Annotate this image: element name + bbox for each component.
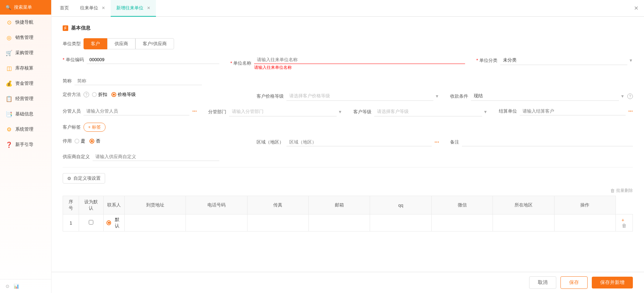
region-ellipsis[interactable]: ··· xyxy=(434,139,439,145)
sidebar-footer-icon2[interactable]: 📊 xyxy=(14,284,19,289)
cancel-button[interactable]: 取消 xyxy=(529,276,556,289)
row-contact-input[interactable] xyxy=(127,220,183,226)
sidebar-footer-icon1[interactable]: ⊙ xyxy=(6,284,9,289)
unit-name-wrapper: 请输入往来单位名称 xyxy=(254,56,465,71)
payment-terms-select[interactable]: 现结 ▼ xyxy=(471,91,625,101)
sidebar-item-guide[interactable]: ❓ 新手引导 xyxy=(0,137,51,152)
sidebar-item-system[interactable]: ⚙ 系统管理 xyxy=(0,122,51,137)
tab-new-counterparty-close[interactable]: ✕ xyxy=(147,6,150,10)
disable-no-option[interactable]: 否 xyxy=(89,138,100,144)
manager-ellipsis[interactable]: ··· xyxy=(192,108,197,114)
pricing-level-radio xyxy=(111,92,116,97)
quick-nav-icon: ⊙ xyxy=(6,19,13,26)
settlement-unit-input[interactable] xyxy=(520,107,626,115)
row-address[interactable] xyxy=(186,214,247,231)
region-label: 区域（地区） xyxy=(257,139,284,145)
remark-input[interactable] xyxy=(462,138,633,146)
region-input[interactable] xyxy=(286,138,432,146)
department-select[interactable]: 请输入分管部门 ▼ xyxy=(229,107,343,116)
disable-label: 停用 xyxy=(63,138,72,144)
tab-new-counterparty[interactable]: 新增往来单位 ✕ xyxy=(111,0,156,17)
sidebar-search[interactable]: 🔍 搜索菜单 xyxy=(0,0,51,15)
row-phone[interactable] xyxy=(247,214,308,231)
row-qq-input[interactable] xyxy=(434,220,490,226)
row-add-btn[interactable]: + xyxy=(621,217,624,223)
add-tag-button[interactable]: + 标签 xyxy=(84,123,105,132)
row-fax-input[interactable] xyxy=(312,220,367,226)
row-wechat-input[interactable] xyxy=(496,220,551,226)
save-button[interactable]: 保存 xyxy=(560,276,588,289)
tab-counterparty[interactable]: 往来单位 ✕ xyxy=(74,0,111,17)
row-district-input[interactable] xyxy=(557,220,613,226)
row-default: 默认 xyxy=(103,214,124,231)
row-phone-input[interactable] xyxy=(250,220,306,226)
tab-counterparty-close[interactable]: ✕ xyxy=(102,6,105,10)
sidebar-item-basic[interactable]: 📑 基础信息 xyxy=(0,106,51,122)
row-address-input[interactable] xyxy=(189,220,244,226)
settlement-unit-ellipsis[interactable]: ··· xyxy=(628,108,633,114)
unit-type-group: 客户 供应商 客户/供应商 xyxy=(84,38,174,49)
sidebar-item-inventory[interactable]: ◫ 库存核算 xyxy=(0,60,51,76)
tabbar-close-btn[interactable]: ✕ xyxy=(631,5,641,11)
manager-input[interactable] xyxy=(84,107,189,115)
batch-delete-label[interactable]: 批量删除 xyxy=(616,188,633,194)
abbr-input[interactable] xyxy=(74,77,202,85)
payment-terms-help[interactable]: ? xyxy=(627,93,633,99)
row-select-checkbox[interactable] xyxy=(89,220,93,225)
row-checkbox[interactable] xyxy=(79,214,104,231)
unit-code-input[interactable] xyxy=(87,56,219,64)
sidebar-item-sales[interactable]: ◎ 销售管理 xyxy=(0,30,51,45)
table-row: 1 默认 xyxy=(63,214,633,231)
pricing-discount-option[interactable]: 折扣 xyxy=(92,91,107,98)
row-qq[interactable] xyxy=(431,214,493,231)
customer-price-level-select[interactable]: 请选择客户价格等级 ▼ xyxy=(286,91,439,101)
row-email[interactable] xyxy=(370,214,431,231)
save-and-new-button[interactable]: 保存并新增 xyxy=(592,277,633,288)
disable-no-label: 否 xyxy=(96,138,100,144)
unit-code-field: 单位编码 xyxy=(63,56,219,64)
unit-type-btn-both[interactable]: 客户/供应商 xyxy=(135,38,174,49)
sidebar-item-purchase[interactable]: 🛒 采购管理 xyxy=(0,45,51,60)
row-default-radio-option[interactable]: 默认 xyxy=(107,217,121,229)
purchase-icon: 🛒 xyxy=(6,49,13,56)
col-contact: 联系人 xyxy=(103,196,124,214)
customer-level-label: 客户等级 xyxy=(353,109,371,115)
col-phone: 电话号码 xyxy=(186,196,247,214)
table-head: 序号 设为默认 联系人 到货地址 电话号码 传真 邮箱 qq 微信 所在地区 操… xyxy=(63,196,633,214)
row-contact-name[interactable] xyxy=(124,214,186,231)
row-wechat[interactable] xyxy=(493,214,554,231)
unit-category-select[interactable]: 未分类 ▼ xyxy=(500,56,633,65)
unit-type-btn-supplier[interactable]: 供应商 xyxy=(107,38,135,49)
col-qq: qq xyxy=(370,196,431,214)
col-wechat: 微信 xyxy=(431,196,493,214)
sidebar-item-finance[interactable]: 💰 资金管理 xyxy=(0,76,51,91)
customer-tag-field: 客户标签 + 标签 xyxy=(63,123,633,132)
disable-yes-option[interactable]: 是 xyxy=(74,138,85,144)
row-district[interactable] xyxy=(554,214,615,231)
row-fax[interactable] xyxy=(309,214,370,231)
row-email-input[interactable] xyxy=(373,220,428,226)
unit-name-input[interactable] xyxy=(254,56,465,64)
pricing-level-option[interactable]: 价格等级 xyxy=(111,91,136,98)
sidebar-item-quick-nav[interactable]: ⊙ 快捷导航 xyxy=(0,15,51,30)
row-index: 1 xyxy=(63,214,79,231)
col-index: 序号 xyxy=(63,196,79,214)
custom-settings-button[interactable]: ⚙ 自定义项设置 xyxy=(63,173,105,184)
sidebar-item-label: 快捷导航 xyxy=(15,19,33,25)
row-delete-btn[interactable]: 🗑 xyxy=(622,223,627,228)
tab-home[interactable]: 首页 xyxy=(54,0,74,17)
sidebar-item-operations[interactable]: 📋 经营管理 xyxy=(0,91,51,106)
batch-delete-icon: 🗑 xyxy=(610,188,615,193)
tab-home-label: 首页 xyxy=(60,5,69,11)
sidebar-search-label: 搜索菜单 xyxy=(14,4,32,10)
row-action: + 🗑 xyxy=(616,214,633,231)
sales-icon: ◎ xyxy=(6,34,13,41)
disable-yes-radio xyxy=(74,139,79,144)
supplier-custom-input[interactable] xyxy=(93,153,219,161)
unit-type-btn-customer[interactable]: 客户 xyxy=(84,38,107,49)
unit-category-field: 单位分类 未分类 ▼ xyxy=(476,56,633,65)
pricing-method-help[interactable]: ? xyxy=(84,92,89,97)
customer-level-select[interactable]: 请选择客户等级 ▼ xyxy=(374,107,488,116)
add-tag-label: + 标签 xyxy=(88,124,101,130)
tab-new-counterparty-label: 新增往来单位 xyxy=(116,5,143,11)
